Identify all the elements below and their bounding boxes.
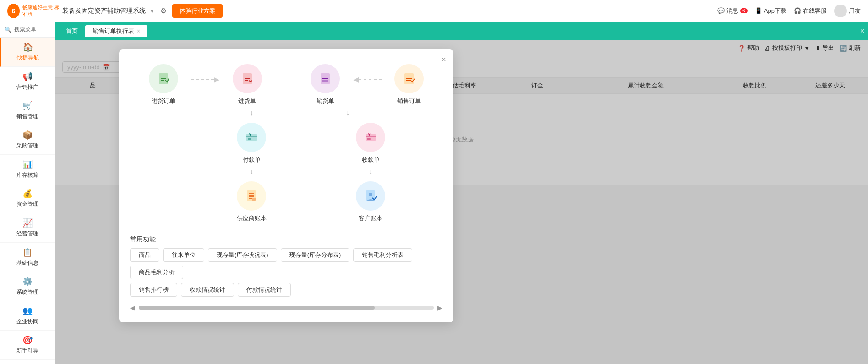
sidebar-item-marketing[interactable]: 📢 营销推广 [0,67,55,96]
logo-icon: 6 [7,4,20,18]
experience-button[interactable]: 体验行业方案 [172,4,223,18]
modal-close-button[interactable]: × [441,55,446,65]
flow-node-customer[interactable]: 客户账本 [341,181,400,223]
flow-node-purchase-order[interactable]: 进货订单 [139,64,187,105]
tab-home[interactable]: 首页 [59,25,85,37]
fn-btn-sales-profit[interactable]: 销售毛利分析表 [353,248,412,262]
sidebar-item-label: 企业协同 [16,318,38,326]
sidebar-search[interactable]: 🔍 搜索菜单 [0,22,55,38]
purchase-icon: 📦 [22,130,33,140]
purchase-order-circle [149,64,178,93]
app-download-button[interactable]: 📱 App下载 [755,7,786,15]
flow-node-supplier[interactable]: 供应商账本 [222,181,281,223]
flow-row-1: 进货订单 ▶ [130,60,442,109]
online-service-label: 在线客服 [803,7,827,15]
fn-btn-product[interactable]: 商品 [130,248,159,262]
user-name: 用友 [849,7,861,15]
app-download-label: App下载 [764,7,786,15]
settings-icon[interactable]: ⚙ [160,6,167,15]
tab-close-icon[interactable]: × [137,28,140,34]
flow-row-2: ¥ 付款单 [130,119,442,168]
scroll-left-arrow[interactable]: ◀ [130,304,135,311]
scroll-right-arrow[interactable]: ▶ [437,304,442,311]
fn-btn-counterpart[interactable]: 往来单位 [163,248,204,262]
service-icon: 🎧 [794,7,801,14]
scrollbar-row: ◀ ▶ [130,304,442,311]
message-badge: 6 [740,8,748,13]
top-header: 6 畅康通好生意 标准版 装备及固定资产辅助管理系统 ▼ ⚙ 体验行业方案 💬 … [0,0,868,22]
receipt-circle: ¥ [356,123,385,152]
download-icon: 📱 [755,7,762,14]
payment-circle: ¥ [237,123,266,152]
fn-btn-payment-stats[interactable]: 付款情况统计 [238,283,291,297]
sales-icon: 🛒 [22,101,33,111]
search-icon: 🔍 [5,27,11,33]
down-arrows-row2: ↓ ↓ [130,168,442,178]
message-button[interactable]: 💬 消息 6 [717,7,748,15]
sidebar-item-basic-info[interactable]: 📋 基础信息 [0,243,55,272]
sidebar-item-management[interactable]: 📈 经营管理 [0,213,55,243]
fn-btn-sales-ranking[interactable]: 销售排行榜 [130,283,177,297]
svg-rect-19 [246,136,257,137]
tab-bar-close-icon[interactable]: × [860,27,864,35]
common-functions: 常用功能 商品 往来单位 现存量(库存状况表) 现存量(库存分布表) 销售毛利分… [130,235,442,297]
svg-text:¥: ¥ [249,132,251,136]
sidebar-item-finance[interactable]: 💰 资金管理 [0,184,55,213]
flow-node-payment[interactable]: ¥ 付款单 [222,123,281,164]
svg-text:¥: ¥ [368,132,371,136]
down-arrow-receipt: ↓ [341,168,400,176]
sidebar-item-label: 系统管理 [16,288,38,296]
quick-nav-modal: × [119,49,453,322]
header-right: 💬 消息 6 📱 App下载 🎧 在线客服 用友 [717,5,861,17]
flow-node-receipt[interactable]: ¥ 收款单 [341,123,400,164]
flow-node-purchase-bill[interactable]: 进货单 [223,64,271,105]
inventory-icon: 📊 [22,159,33,169]
down-arrows-row: ↓ ↓ [130,109,442,119]
down-arrow-payment: ↓ [222,168,281,176]
sales-bill-label: 销货单 [317,97,334,105]
flow-node-sales-order[interactable]: 销售订单 [385,64,433,105]
purchase-order-label: 进货订单 [152,97,175,105]
fn-btn-receipt-stats[interactable]: 收款情况统计 [181,283,234,297]
enterprise-icon: 👥 [22,306,33,316]
user-avatar [834,5,847,17]
sidebar-item-enterprise[interactable]: 👥 企业协同 [0,301,55,331]
marketing-icon: 📢 [22,71,33,81]
receipt-label: 收款单 [362,156,380,164]
modal-overlay: × [55,40,868,364]
spacer2 [281,109,318,117]
logo-area: 6 畅康通好生意 标准版 [7,4,62,18]
supplier-label: 供应商账本 [237,214,267,223]
sidebar-item-label: 经营管理 [16,230,38,238]
tab-sales-order[interactable]: 销售订单执行表 × [85,25,147,37]
sidebar-item-system[interactable]: ⚙️ 系统管理 [0,272,55,301]
main-layout: 🔍 搜索菜单 🏠 快捷导航 📢 营销推广 🛒 销售管理 📦 采购管理 📊 库存核… [0,22,868,364]
flow-node-sales-bill[interactable]: 销货单 [301,64,349,105]
page-content: ❓ 帮助 🖨 按模板打印 ▼ ⬇ 导出 🔄 刷新 [55,40,868,364]
online-service-button[interactable]: 🎧 在线客服 [794,7,827,15]
system-icon: ⚙️ [22,277,33,287]
sidebar-item-newbie[interactable]: 🎯 新手引导 [0,331,55,360]
sales-order-label: 销售订单 [397,97,421,105]
scrollbar-thumb [139,306,375,310]
svg-rect-31 [252,198,256,201]
dropdown-arrow-icon[interactable]: ▼ [149,8,155,14]
header-title-area: 装备及固定资产辅助管理系统 ▼ ⚙ 体验行业方案 [62,4,717,18]
scrollbar-track[interactable] [139,306,434,310]
down-arrow-purchase: ↓ [222,109,281,117]
purchase-bill-circle [233,64,262,93]
sidebar-item-sales[interactable]: 🛒 销售管理 [0,96,55,125]
fn-btn-product-profit[interactable]: 商品毛利分析 [130,266,183,279]
fn-btn-stock-status[interactable]: 现存量(库存状况表) [208,248,277,262]
sidebar-search-label: 搜索菜单 [14,26,36,33]
sidebar-item-inventory[interactable]: 📊 库存核算 [0,155,55,184]
arrow-sales-order-to-bill: ◀ [349,75,385,95]
user-area[interactable]: 用友 [834,5,861,17]
newbie-icon: 🎯 [22,335,33,345]
management-icon: 📈 [22,218,33,228]
sidebar-item-quick-nav[interactable]: 🏠 快捷导航 [0,38,55,67]
common-functions-title: 常用功能 [130,235,442,244]
sidebar-item-purchase[interactable]: 📦 采购管理 [0,125,55,155]
fn-btn-stock-dist[interactable]: 现存量(库存分布表) [281,248,350,262]
svg-rect-24 [367,138,371,140]
